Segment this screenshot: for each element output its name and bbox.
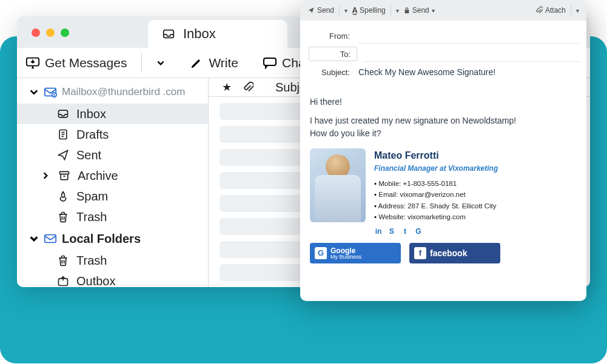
to-field[interactable] (363, 46, 580, 62)
sidebar-item-local-trash[interactable]: Trash (17, 250, 208, 271)
compose-toolbar: Send ▾ A̲ Spelling ▾ Send ▾ Attach ▾ (300, 0, 586, 21)
signature-mobile: Mobile: +1-803-555-0181 (374, 179, 498, 189)
attach-label: Attach (545, 6, 566, 15)
skype-icon[interactable]: S (387, 226, 396, 237)
sidebar-item-label: Trash (76, 210, 107, 224)
sent-icon (56, 148, 70, 162)
sidebar-item-inbox[interactable]: Inbox (17, 104, 208, 124)
chevron-down-icon[interactable]: ▾ (344, 7, 347, 14)
linkedin-icon[interactable]: in (374, 226, 383, 237)
star-column-icon[interactable]: ★ (222, 81, 232, 94)
gmb-line1: Google (330, 247, 361, 254)
attach-button[interactable]: Attach (535, 6, 566, 15)
svg-rect-12 (45, 235, 56, 243)
subject-field[interactable]: Check My New Awesome Signature! (358, 64, 580, 80)
body-line-1: I have just created my new signature on … (310, 114, 579, 127)
subject-row: Subject: Check My New Awesome Signature! (306, 63, 580, 81)
signature-details: Mateo Ferrotti Financial Manager at Vixo… (374, 148, 498, 237)
security-send-label: Send (412, 6, 429, 15)
download-monitor-icon (25, 56, 40, 70)
svg-rect-3 (264, 58, 276, 65)
attachment-column-icon[interactable] (243, 81, 253, 93)
from-field[interactable] (358, 28, 580, 44)
outbox-icon (56, 274, 70, 287)
sidebar-item-spam[interactable]: Spam (17, 186, 208, 207)
tab-inbox-label: Inbox (183, 26, 216, 42)
spelling-button[interactable]: A̲ Spelling (352, 6, 386, 15)
lock-icon (404, 7, 410, 14)
get-messages-label: Get Messages (45, 56, 127, 70)
gmb-line2: My Business (330, 254, 361, 260)
send-icon (307, 7, 315, 14)
facebook-icon: f (414, 247, 426, 259)
sidebar-item-trash[interactable]: Trash (17, 207, 208, 227)
chevron-down-icon (29, 87, 39, 97)
signature-social: in S t G (374, 226, 498, 237)
to-label: To: (340, 50, 350, 59)
sidebar-item-label: Spam (76, 190, 108, 204)
pencil-icon (189, 56, 204, 70)
local-folders-icon (44, 233, 57, 244)
trash-icon (56, 210, 70, 224)
sidebar-item-label: Sent (76, 148, 101, 162)
chevron-down-icon[interactable] (156, 56, 165, 70)
compose-window: Send ▾ A̲ Spelling ▾ Send ▾ Attach ▾ Fro… (300, 0, 586, 301)
body-greeting: Hi there! (310, 96, 579, 108)
write-button[interactable]: Write (189, 56, 238, 70)
avatar (310, 148, 366, 222)
folder-sidebar: Mailbox@thunderbird .com Inbox Drafts Se… (17, 78, 209, 287)
send-button[interactable]: Send (307, 6, 334, 15)
sidebar-item-archive[interactable]: Archive (17, 165, 208, 186)
toolbar-divider (391, 5, 391, 16)
from-label: From: (306, 31, 358, 41)
fullscreen-window-dot[interactable] (61, 28, 69, 37)
sidebar-item-label: Archive (78, 169, 118, 183)
signature-name: Mateo Ferrotti (374, 148, 498, 163)
paperclip-icon (535, 6, 543, 15)
sidebar-item-outbox[interactable]: Outbox (17, 271, 208, 287)
sidebar-item-label: Outbox (76, 274, 115, 288)
svg-rect-14 (404, 10, 409, 13)
chevron-down-icon: ▾ (432, 7, 435, 14)
google-business-icon: G (315, 247, 327, 259)
signature-block: Mateo Ferrotti Financial Manager at Vixo… (310, 148, 579, 237)
chevron-down-icon[interactable]: ▾ (396, 7, 399, 14)
close-window-dot[interactable] (32, 28, 40, 37)
compose-headers: From: To: Subject: Check My New Awesome … (300, 21, 586, 85)
google-icon[interactable]: G (414, 226, 423, 237)
account-email: Mailbox@thunderbird .com (62, 86, 185, 98)
chevron-down-icon (29, 234, 39, 243)
signature-buttons: G Google My Business f facebook (310, 243, 579, 263)
spelling-label: Spelling (360, 6, 386, 15)
from-row: From: (306, 27, 580, 45)
to-label-box[interactable]: To: (309, 47, 357, 61)
sidebar-item-label: Trash (76, 254, 107, 268)
chevron-down-icon[interactable]: ▾ (576, 7, 579, 14)
twitter-icon[interactable]: t (401, 226, 409, 237)
inbox-icon (56, 107, 70, 121)
compose-body[interactable]: Hi there! I have just created my new sig… (300, 85, 586, 271)
sidebar-item-drafts[interactable]: Drafts (17, 124, 208, 145)
toolbar-divider (339, 5, 340, 16)
local-folders-row[interactable]: Local Folders (17, 227, 208, 250)
google-my-business-button[interactable]: G Google My Business (310, 243, 401, 263)
trash-icon (56, 253, 70, 268)
facebook-label: facebook (430, 247, 467, 260)
sidebar-item-label: Inbox (76, 107, 106, 121)
tab-inbox[interactable]: Inbox (148, 20, 287, 48)
spam-icon (56, 189, 70, 204)
drafts-icon (56, 127, 70, 142)
facebook-button[interactable]: f facebook (409, 243, 500, 263)
chevron-right-icon (41, 171, 51, 180)
local-folders-label: Local Folders (62, 232, 141, 246)
window-controls[interactable] (32, 28, 69, 37)
security-send-button[interactable]: Send ▾ (404, 6, 435, 15)
account-row[interactable]: Mailbox@thunderbird .com (17, 81, 208, 104)
body-line-2: How do you like it? (310, 127, 579, 140)
get-messages-button[interactable]: Get Messages (25, 56, 127, 70)
minimize-window-dot[interactable] (46, 28, 55, 37)
archive-icon (57, 168, 72, 183)
send-label: Send (317, 6, 334, 15)
sidebar-item-sent[interactable]: Sent (17, 145, 208, 165)
write-label: Write (209, 56, 238, 70)
